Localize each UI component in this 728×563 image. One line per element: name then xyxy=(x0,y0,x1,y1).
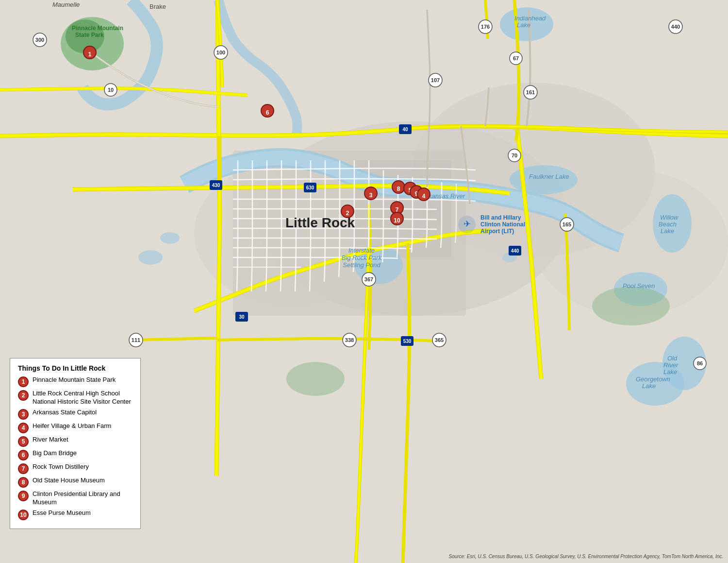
marker-label-8: 8 xyxy=(397,186,400,192)
legend-title: Things To Do In Little Rock xyxy=(18,364,132,372)
map-container: 40 630 430 30 440 530 300 100 10 xyxy=(0,0,728,563)
svg-text:86: 86 xyxy=(697,360,703,366)
legend-item: 3 Arkansas State Capitol xyxy=(18,409,132,420)
legend-text: Big Dam Bridge xyxy=(33,449,77,458)
legend-item: 10 Esse Purse Museum xyxy=(18,509,132,520)
legend-text: Clinton Presidential Library and Museum xyxy=(33,490,132,507)
legend-box: Things To Do In Little Rock 1 Pinnacle M… xyxy=(10,358,141,529)
legend-item: 2 Little Rock Central High School Nation… xyxy=(18,390,132,406)
legend-badge: 5 xyxy=(18,436,29,447)
svg-point-14 xyxy=(138,250,163,265)
svg-text:430: 430 xyxy=(212,183,220,188)
legend-item: 8 Old State House Museum xyxy=(18,477,132,488)
legend-item: 1 Pinnacle Mountain State Park xyxy=(18,376,132,387)
svg-point-15 xyxy=(160,232,180,244)
svg-text:365: 365 xyxy=(435,337,444,343)
svg-point-9 xyxy=(653,194,692,253)
svg-text:530: 530 xyxy=(403,339,412,344)
legend-text: River Market xyxy=(33,436,68,444)
marker-label-2: 2 xyxy=(346,210,349,217)
legend-item: 6 Big Dam Bridge xyxy=(18,449,132,461)
svg-text:67: 67 xyxy=(513,55,519,61)
legend-badge: 3 xyxy=(18,409,29,420)
legend-badge: 2 xyxy=(18,390,29,401)
svg-text:161: 161 xyxy=(526,89,535,95)
legend-badge: 1 xyxy=(18,376,29,387)
svg-text:70: 70 xyxy=(512,153,517,158)
legend-badge: 8 xyxy=(18,477,29,488)
marker-label-3: 3 xyxy=(369,192,373,199)
legend-text: Rock Town Distillery xyxy=(33,463,89,471)
svg-text:440: 440 xyxy=(511,248,519,254)
legend-badge: 7 xyxy=(18,463,29,474)
legend-item: 9 Clinton Presidential Library and Museu… xyxy=(18,490,132,507)
legend-item: 4 Heifer Village & Urban Farm xyxy=(18,422,132,433)
legend-text: Esse Purse Museum xyxy=(33,509,91,517)
source-text: Source: Esri, U.S. Census Bureau, U.S. G… xyxy=(448,554,723,559)
marker-label-4: 4 xyxy=(422,193,426,200)
svg-text:111: 111 xyxy=(132,337,140,343)
legend-text: Little Rock Central High School National… xyxy=(33,390,132,406)
svg-text:10: 10 xyxy=(108,87,114,93)
svg-text:100: 100 xyxy=(216,50,225,55)
airport-icon: ✈ xyxy=(463,219,471,229)
svg-text:367: 367 xyxy=(364,276,373,282)
svg-point-19 xyxy=(592,287,670,325)
legend-badge: 4 xyxy=(18,423,29,433)
legend-text: Pinnacle Mountain State Park xyxy=(33,376,116,384)
legend-item: 5 River Market xyxy=(18,436,132,447)
svg-text:30: 30 xyxy=(239,314,245,320)
svg-text:176: 176 xyxy=(481,24,490,30)
marker-label-10: 10 xyxy=(394,217,400,224)
svg-point-20 xyxy=(286,362,345,396)
legend-text: Old State House Museum xyxy=(33,477,105,485)
svg-text:338: 338 xyxy=(345,337,354,343)
svg-text:107: 107 xyxy=(431,77,440,83)
svg-text:40: 40 xyxy=(402,127,408,132)
marker-label-6: 6 xyxy=(266,109,269,116)
legend-text: Heifer Village & Urban Farm xyxy=(33,422,111,430)
legend-item: 7 Rock Town Distillery xyxy=(18,463,132,474)
svg-point-7 xyxy=(500,7,553,41)
svg-text:440: 440 xyxy=(671,24,680,30)
svg-text:300: 300 xyxy=(35,37,44,43)
legend-badge: 6 xyxy=(18,450,29,461)
legend-badge: 9 xyxy=(18,491,29,501)
legend-badge: 10 xyxy=(18,510,29,520)
marker-label-1: 1 xyxy=(88,51,92,58)
svg-text:630: 630 xyxy=(306,185,314,190)
legend-text: Arkansas State Capitol xyxy=(33,409,97,417)
svg-text:165: 165 xyxy=(563,222,571,227)
